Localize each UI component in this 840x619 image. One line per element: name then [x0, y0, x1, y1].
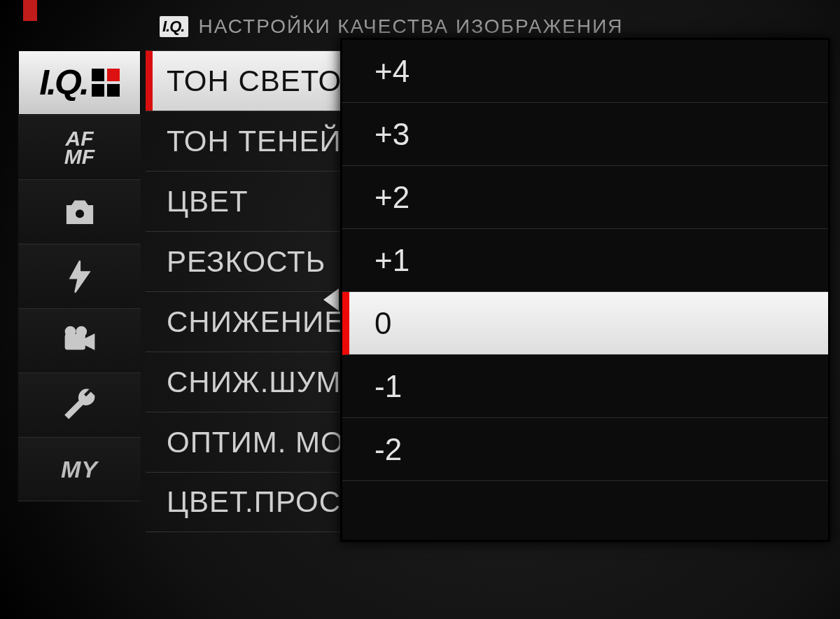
svg-point-3 [76, 326, 86, 336]
sidebar-tab-my[interactable]: MY [18, 437, 141, 501]
value-option[interactable]: +2 [342, 166, 828, 229]
iq-badge-icon: I.Q. [160, 16, 188, 37]
my-label: MY [61, 456, 98, 483]
value-option[interactable]: +1 [342, 229, 828, 292]
sidebar-tab-setup[interactable] [18, 373, 141, 437]
sidebar-tab-iq[interactable]: I.Q. [18, 50, 141, 115]
value-option[interactable]: -2 [342, 418, 828, 481]
iq-dots-icon [92, 69, 120, 97]
value-option[interactable]: +4 [342, 40, 828, 103]
flash-icon [61, 258, 99, 295]
value-label: +2 [374, 180, 410, 215]
page-header: I.Q. НАСТРОЙКИ КАЧЕСТВА ИЗОБРАЖЕНИЯ [0, 13, 840, 41]
value-option[interactable]: -1 [342, 355, 828, 418]
value-option-selected[interactable]: 0 [342, 292, 828, 355]
afmf-icon: AF MF [64, 130, 94, 165]
value-label: +1 [374, 243, 410, 278]
camera-icon [61, 193, 99, 231]
wrench-icon [61, 387, 99, 424]
mf-label: MF [64, 148, 94, 166]
sidebar-tab-movie[interactable] [18, 308, 141, 373]
page-title: НАСТРОЙКИ КАЧЕСТВА ИЗОБРАЖЕНИЯ [198, 15, 623, 38]
sidebar-tab-afmf[interactable]: AF MF [18, 115, 141, 179]
iq-icon: I.Q. [39, 62, 120, 103]
menu-item-label: ТОН ТЕНЕЙ [167, 125, 342, 158]
sidebar-tab-flash[interactable] [18, 244, 141, 308]
menu-item-label: ЦВЕТ [167, 185, 248, 218]
value-label: +3 [374, 117, 410, 152]
svg-point-2 [65, 326, 75, 336]
value-label: -1 [374, 369, 402, 404]
sidebar-tab-shoot[interactable] [18, 179, 141, 244]
menu-item-label: ТОН СВЕТОВ [167, 64, 362, 98]
value-label: -2 [374, 432, 402, 467]
iq-label: I.Q. [39, 62, 88, 103]
value-label: 0 [374, 306, 391, 341]
value-label: +4 [374, 54, 410, 89]
value-option-empty [342, 481, 828, 544]
svg-point-0 [74, 209, 84, 218]
chevron-left-icon [323, 288, 339, 311]
sidebar: I.Q. AF MF MY [18, 50, 141, 619]
video-icon [61, 322, 99, 360]
menu-item-label: РЕЗКОСТЬ [167, 245, 326, 279]
value-picker-popup: +4 +3 +2 +1 0 -1 -2 [340, 38, 830, 542]
value-option[interactable]: +3 [342, 103, 828, 166]
